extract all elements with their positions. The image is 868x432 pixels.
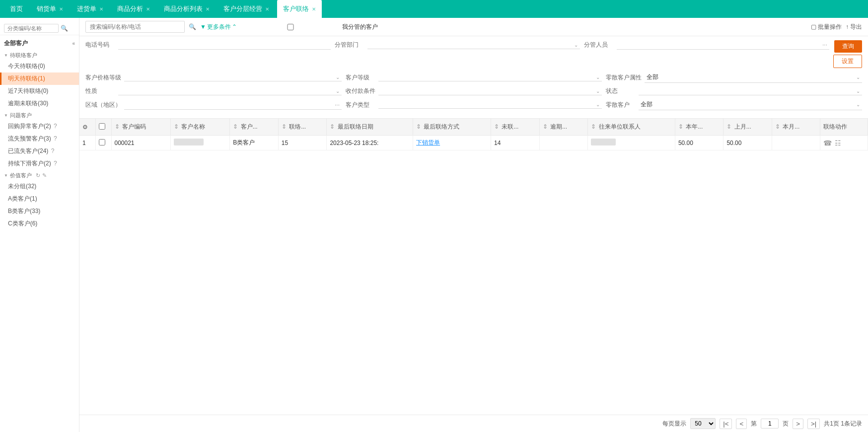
filter-retail-attr: 零散客户属性 全部 ⌄	[606, 72, 862, 83]
col-name: ⇕ 客户名称	[170, 119, 229, 136]
sidebar-item-loss-warning[interactable]: 流失预警客户(3) ?	[0, 133, 79, 145]
last-page-button[interactable]: >|	[807, 419, 820, 429]
col-unlocked: ⇕ 未联...	[491, 119, 540, 136]
col-overdue: ⇕ 逾期...	[539, 119, 588, 136]
sidebar-item-overdue-contact[interactable]: 逾期未联络(30)	[0, 97, 79, 110]
search-input[interactable]	[85, 21, 185, 33]
col-last-contact-method: ⇕ 最后联络方式	[413, 119, 491, 136]
triangle-icon-3: ▼	[4, 173, 8, 178]
page-size-select[interactable]: 50 100 200	[690, 418, 716, 429]
filter-phone-input[interactable]	[118, 40, 331, 50]
more-filter-button[interactable]: ▼ 更多条件 ⌃	[200, 23, 237, 31]
batch-operation-button[interactable]: ▢ 批量操作	[811, 23, 842, 31]
my-customer-checkbox[interactable]	[241, 24, 340, 30]
row-checkbox-cell[interactable]	[95, 136, 111, 150]
first-page-button[interactable]: |<	[720, 419, 732, 429]
next-page-button[interactable]: >	[793, 419, 803, 429]
filter-customer-type-select[interactable]: ⌄	[378, 101, 602, 109]
nav-home[interactable]: 首页	[4, 0, 29, 18]
sidebar-item-tomorrow-contact[interactable]: 明天待联络(1)	[0, 72, 79, 85]
sidebar-all-customers[interactable]: 全部客户 «	[0, 37, 79, 50]
sort-icon-year: ⇕	[678, 123, 683, 130]
settings-button[interactable]: 设置	[833, 55, 862, 68]
prev-page-button[interactable]: <	[736, 419, 747, 429]
sort-icon-date: ⇕	[330, 123, 335, 130]
manager-dots-button[interactable]: ···	[822, 41, 827, 48]
row-last-contact-method[interactable]: 下销货单	[413, 136, 491, 150]
triangle-icon: ▼	[4, 53, 8, 58]
close-purchase-order-icon[interactable]: ✕	[99, 6, 103, 12]
sidebar-collapse-icon: «	[72, 41, 75, 46]
action-icons-group: ☎ ☷	[823, 139, 865, 147]
nav-sales-order[interactable]: 销货单 ✕	[31, 0, 69, 18]
sidebar-item-7days-contact[interactable]: 近7天待联络(0)	[0, 85, 79, 97]
export-button[interactable]: ↑ 导出	[846, 23, 862, 31]
filter-price-tier-select[interactable]: ⌄	[124, 73, 342, 81]
col-settings[interactable]: ⚙	[79, 119, 95, 136]
filter-manager: 分管人员 ···	[584, 40, 829, 50]
filter-dept-select[interactable]: ⌄	[367, 41, 580, 49]
edit-icon[interactable]: ✎	[42, 172, 47, 179]
close-customer-contact-icon[interactable]: ✕	[312, 6, 316, 12]
nav-product-analysis-list[interactable]: 商品分析列表 ✕	[158, 0, 216, 18]
col-code: ⇕ 客户编码	[111, 119, 170, 136]
row-checkbox[interactable]	[99, 139, 105, 145]
sidebar-item-class-a[interactable]: A类客户(1)	[0, 193, 79, 205]
page-size-label: 每页显示	[662, 420, 686, 428]
page-number-input[interactable]	[761, 419, 779, 429]
search-bar: 🔍 ▼ 更多条件 ⌃ 我分管的客户 ▢ 批量操作 ↑ 导出	[79, 18, 868, 36]
sidebar-item-today-contact[interactable]: 今天待联络(0)	[0, 60, 79, 72]
filter-payment-select[interactable]: ⌄	[378, 87, 602, 95]
col-this-month: ⇕ 本月...	[772, 119, 820, 136]
sidebar-item-declining-customer[interactable]: 持续下滑客户(2) ?	[0, 157, 79, 170]
contact-action-icon[interactable]: ☎	[823, 139, 832, 147]
region-dots-button[interactable]: ···	[335, 101, 340, 108]
nav-customer-tier[interactable]: 客户分层经营 ✕	[217, 0, 275, 18]
filter-payment-terms: 收付款条件 ⌄	[346, 87, 602, 95]
col-checkbox[interactable]	[95, 119, 111, 136]
sidebar-search-input[interactable]	[4, 24, 59, 33]
filter-row-4: 区域（地区） ··· 客户类型 ⌄ 零散客户 全部 ⌄	[85, 99, 862, 110]
sidebar-item-class-c[interactable]: C类客户(6)	[0, 217, 79, 230]
filter-retail-attr-select[interactable]: 全部 ⌄	[645, 72, 862, 83]
col-contact-person: ⇕ 往来单位联系人	[588, 119, 675, 136]
close-product-analysis-icon[interactable]: ✕	[146, 6, 150, 12]
search-button-icon[interactable]: 🔍	[189, 23, 196, 30]
chevron-up-icon: ⌃	[232, 23, 237, 30]
row-unlocked: 14	[491, 136, 540, 150]
nav-customer-contact[interactable]: 客户联络 ✕	[277, 0, 322, 18]
close-product-analysis-list-icon[interactable]: ✕	[206, 6, 210, 12]
sidebar-item-class-b[interactable]: B类客户(33)	[0, 205, 79, 217]
select-all-checkbox[interactable]	[99, 123, 105, 130]
more-action-icon[interactable]: ☷	[835, 139, 841, 147]
nav-product-analysis[interactable]: 商品分析 ✕	[111, 0, 156, 18]
col-contact-count: ⇕ 联络...	[278, 119, 327, 136]
filter-retail-customer: 零散客户 全部 ⌄	[606, 99, 862, 110]
close-customer-tier-icon[interactable]: ✕	[265, 6, 269, 12]
filter-customer-grade-select[interactable]: ⌄	[378, 73, 602, 81]
main-layout: 🔍 全部客户 « ▼ 待联络客户 今天待联络(0) 明天待联络(1) 近7天待联…	[0, 18, 868, 432]
question-icon-2: ?	[54, 135, 57, 142]
row-index: 1	[79, 136, 95, 150]
search-bar-right: ▢ 批量操作 ↑ 导出	[811, 23, 862, 31]
query-button[interactable]: 查询	[834, 40, 862, 53]
my-customer-checkbox-label[interactable]: 我分管的客户	[241, 23, 378, 31]
close-sales-order-icon[interactable]: ✕	[59, 6, 63, 12]
sidebar-item-lost-customer[interactable]: 已流失客户(24) ?	[0, 145, 79, 157]
chevron-down-retail-attr: ⌄	[856, 74, 860, 80]
filter-icon: ▼	[200, 23, 206, 30]
nav-purchase-order[interactable]: 进货单 ✕	[71, 0, 109, 18]
filter-status-select[interactable]: ⌄	[639, 87, 862, 95]
filter-retail-customer-select[interactable]: 全部 ⌄	[639, 99, 862, 110]
row-code: 000021	[111, 136, 170, 150]
content-area: 🔍 ▼ 更多条件 ⌃ 我分管的客户 ▢ 批量操作 ↑ 导出	[79, 18, 868, 432]
sidebar-item-unclassified[interactable]: 未分组(32)	[0, 180, 79, 193]
col-action: 联络动作	[820, 119, 868, 136]
last-contact-link[interactable]: 下销货单	[416, 139, 440, 146]
sidebar-search-icon[interactable]: 🔍	[61, 25, 68, 32]
refresh-icon[interactable]: ↻	[36, 172, 40, 179]
sort-icon-contact: ⇕	[282, 123, 287, 130]
filter-nature-select[interactable]: ⌄	[118, 87, 342, 95]
sidebar-item-repurchase-abnormal[interactable]: 回购异常客户(2) ?	[0, 120, 79, 133]
settings-icon[interactable]: ⚙	[82, 124, 88, 131]
